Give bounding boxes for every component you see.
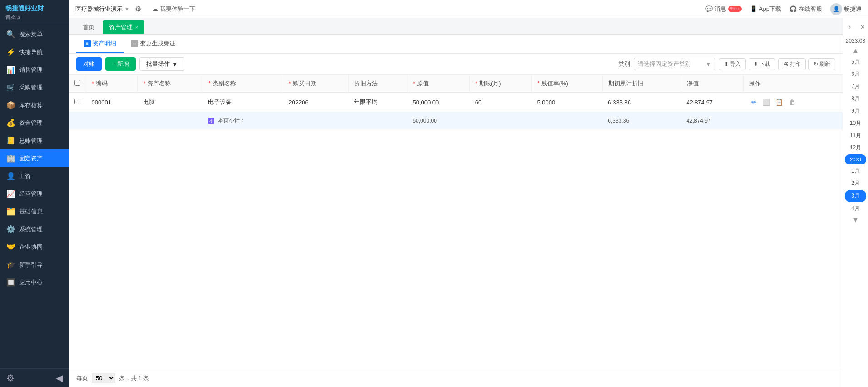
- month-9[interactable]: 9月: [843, 105, 868, 117]
- sidebar-item-label: 工资: [19, 172, 31, 180]
- sales-icon: 📊: [6, 65, 15, 74]
- month-7[interactable]: 7月: [843, 80, 868, 93]
- delete-icon[interactable]: 🗑: [787, 97, 797, 107]
- app-download-btn[interactable]: 📱 App下载: [750, 5, 781, 13]
- panel-collapse-icon[interactable]: ›: [846, 22, 853, 32]
- download-btn[interactable]: ⬇ 下载: [749, 58, 775, 70]
- td-category: 电子设备: [203, 93, 283, 112]
- th-actions: 操作: [744, 75, 843, 93]
- month-12[interactable]: 12月: [843, 142, 868, 154]
- td-subtotal-empty7: [531, 112, 602, 129]
- td-checkbox: [69, 93, 86, 112]
- months-down-arrow[interactable]: ▼: [849, 215, 862, 225]
- filter-type-label: 类别: [618, 60, 630, 68]
- filter-type-placeholder: 请选择固定资产类别: [638, 60, 691, 68]
- sidebar-item-sales[interactable]: 📊 销售管理: [0, 61, 69, 79]
- subtotal-icon: 小: [208, 118, 214, 124]
- refresh-icon: ↻: [813, 61, 818, 67]
- user-menu[interactable]: 👤 畅捷通: [830, 3, 862, 15]
- messages-btn[interactable]: 💬 消息 99++: [705, 5, 742, 13]
- refresh-btn[interactable]: ↻ 刷新: [808, 58, 835, 70]
- filter-type-arrow: ▼: [705, 61, 711, 68]
- company-selector[interactable]: 医疗器械行业演示 ▼: [75, 5, 129, 13]
- td-original-value: 50,000.00: [407, 93, 469, 112]
- month-4[interactable]: 4月: [843, 203, 868, 215]
- th-asset-name: 资产名称: [138, 75, 203, 93]
- gear-icon[interactable]: ⚙: [135, 5, 141, 13]
- sub-tab-asset-detail[interactable]: ≡ 资产明细: [76, 35, 124, 53]
- topbar-right: 💬 消息 99++ 📱 App下载 🎧 在线客服 👤 畅捷通: [705, 3, 862, 15]
- th-initial-accumulated: 期初累计折旧: [602, 75, 681, 93]
- app-edition: 普及版: [5, 14, 64, 20]
- detail-icon[interactable]: 📋: [774, 97, 784, 107]
- sidebar-item-quicknav[interactable]: ⚡ 快捷导航: [0, 43, 69, 61]
- online-service-btn[interactable]: 🎧 在线客服: [789, 5, 822, 13]
- tab-asset-label: 资产管理: [109, 23, 133, 31]
- page-content: ≡ 资产明细 ↔ 变更生成凭证 对账 + 新增 批量操作 ▼: [69, 35, 843, 387]
- print-btn[interactable]: 🖨 打印: [778, 58, 806, 70]
- th-purchase-date: 购买日期: [283, 75, 348, 93]
- experience-btn[interactable]: ☁ 我要体验一下: [152, 5, 195, 13]
- copy-icon[interactable]: ⬜: [762, 97, 772, 107]
- tab-home[interactable]: 首页: [76, 20, 101, 34]
- mobile-icon: 📱: [750, 5, 757, 12]
- sidebar-item-ledger[interactable]: 📒 总账管理: [0, 132, 69, 149]
- month-3[interactable]: 3月: [845, 190, 866, 202]
- panel-close-icon[interactable]: ✕: [860, 24, 865, 30]
- td-subtotal-accumulated: 6,333.36: [602, 112, 681, 129]
- sub-tab-change-voucher[interactable]: ↔ 变更生成凭证: [124, 35, 183, 53]
- panel-year: 2023.03: [843, 36, 868, 46]
- sidebar-bottom: ⚙ ◀: [0, 368, 69, 387]
- tab-bar: 首页 资产管理 ×: [69, 18, 843, 35]
- sidebar-item-system[interactable]: ⚙️ 系统管理: [0, 220, 69, 238]
- tab-asset-management[interactable]: 资产管理 ×: [103, 20, 144, 34]
- account-btn[interactable]: 对账: [76, 57, 102, 71]
- collapse-icon[interactable]: ◀: [56, 372, 63, 383]
- sidebar-item-capital[interactable]: 💰 资金管理: [0, 114, 69, 132]
- sidebar-item-inventory[interactable]: 📦 库存核算: [0, 96, 69, 114]
- sidebar-item-fixed-assets[interactable]: 🏢 固定资产: [0, 149, 69, 167]
- table-container: 编码 资产名称 类别名称 购买日期 折旧方法 原值 期限(月) 残值率(%) 期…: [69, 75, 843, 369]
- td-asset-name: 电脑: [138, 93, 203, 112]
- month-8[interactable]: 8月: [843, 93, 868, 105]
- sidebar-item-label: 固定资产: [19, 154, 43, 163]
- edit-icon[interactable]: ✏: [749, 97, 759, 107]
- panel-months: ▲ 5月 6月 7月 8月 9月 10月 11月 12月 2023 1月 2月 …: [843, 46, 868, 225]
- fixed-assets-icon: 🏢: [6, 154, 15, 163]
- months-up-arrow[interactable]: ▲: [849, 46, 862, 56]
- tab-close-icon[interactable]: ×: [135, 25, 138, 30]
- sidebar-item-enterprise[interactable]: 🤝 企业协同: [0, 238, 69, 256]
- month-10[interactable]: 10月: [843, 117, 868, 129]
- enterprise-icon: 🤝: [6, 243, 15, 251]
- settings-icon[interactable]: ⚙: [6, 372, 15, 383]
- new-btn[interactable]: + 新增: [105, 57, 136, 71]
- month-11[interactable]: 11月: [843, 129, 868, 142]
- filter-type-select[interactable]: 请选择固定资产类别 ▼: [634, 58, 715, 70]
- app-download-label: App下载: [759, 5, 781, 13]
- td-subtotal-empty2: [86, 112, 138, 129]
- sidebar-item-basic-info[interactable]: 🗂️ 基础信息: [0, 203, 69, 220]
- batch-ops-arrow: ▼: [172, 61, 178, 68]
- batch-ops-btn[interactable]: 批量操作 ▼: [139, 57, 184, 71]
- import-btn[interactable]: ⬆ 导入: [719, 58, 746, 70]
- sidebar-item-label: 基础信息: [19, 208, 43, 216]
- sidebar-item-guide[interactable]: 🎓 新手引导: [0, 256, 69, 273]
- sidebar-item-apps[interactable]: 🔲 应用中心: [0, 273, 69, 291]
- td-subtotal-empty3: [138, 112, 203, 129]
- sidebar-item-purchase[interactable]: 🛒 采购管理: [0, 79, 69, 96]
- month-6[interactable]: 6月: [843, 68, 868, 80]
- sidebar-item-payroll[interactable]: 👤 工资: [0, 167, 69, 185]
- month-2[interactable]: 2月: [843, 177, 868, 189]
- td-subtotal-empty6: [470, 112, 532, 129]
- per-page-select[interactable]: 50 100 200: [92, 373, 115, 383]
- month-1[interactable]: 1月: [843, 165, 868, 177]
- username: 畅捷通: [844, 5, 862, 13]
- row-checkbox[interactable]: [74, 99, 80, 104]
- select-all-checkbox[interactable]: [74, 80, 80, 86]
- sidebar-item-search[interactable]: 🔍 搜索菜单: [0, 25, 69, 43]
- sidebar-item-operations[interactable]: 📈 经营管理: [0, 185, 69, 203]
- page-area: 首页 资产管理 × ≡ 资产明细 ↔ 变更生成凭证: [69, 18, 843, 387]
- month-5[interactable]: 5月: [843, 56, 868, 68]
- change-voucher-tab-icon: ↔: [131, 40, 138, 47]
- sidebar-item-label: 搜索菜单: [19, 30, 43, 39]
